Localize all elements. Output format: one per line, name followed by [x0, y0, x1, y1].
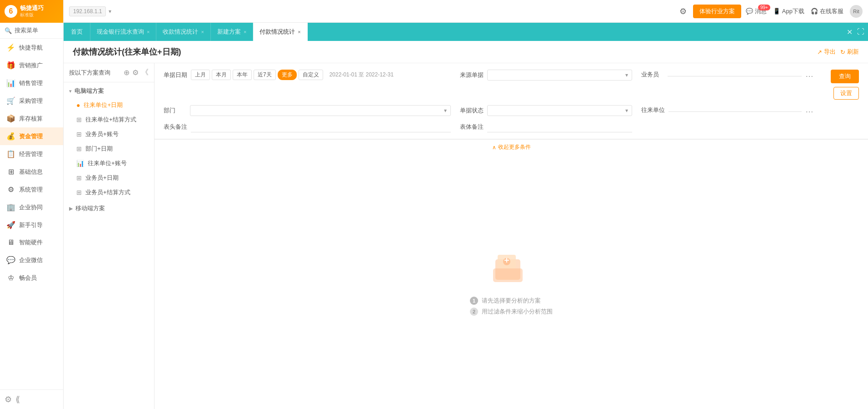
nav-icon-sales: 📊	[6, 79, 15, 87]
refresh-btn[interactable]: ↻ 刷新	[840, 48, 859, 56]
nav-label-inventory: 库存核算	[19, 115, 43, 123]
sidebar-item-hardware[interactable]: 🖥智能硬件	[0, 234, 63, 251]
nav-label-purchase: 采购管理	[19, 97, 43, 105]
query-btn[interactable]: 查询	[831, 70, 859, 83]
address-chevron-icon[interactable]: ▾	[109, 8, 111, 15]
nav-icon-wechat: 💬	[6, 256, 15, 264]
close-window-icon[interactable]: ✕	[847, 28, 853, 36]
collapse-more-btn[interactable]: ∧ 收起更多条件	[155, 139, 868, 155]
scheme-mobile-label: 移动端方案	[75, 204, 105, 212]
doc-status-select[interactable]: ▾	[487, 105, 632, 116]
message-badge: 99+	[758, 5, 770, 10]
table-body-note-input[interactable]	[487, 121, 632, 132]
sidebar-item-sales[interactable]: 📊销售管理	[0, 74, 63, 92]
collapse-sidebar-icon[interactable]: ⟪	[15, 394, 20, 404]
tab-payment-stat[interactable]: 付款情况统计×	[253, 23, 307, 41]
scheme-item-staff-settle[interactable]: ⊞业务员+结算方式	[64, 185, 154, 200]
dept-select[interactable]: ▾	[190, 105, 451, 116]
sidebar-item-marketing[interactable]: 🎁营销推广	[0, 56, 63, 74]
scheme-add-icon[interactable]: ⊕	[124, 68, 130, 77]
table-body-note-field: 表体备注	[460, 121, 632, 132]
online-service-btn[interactable]: 🎧 在线客服	[811, 7, 843, 15]
app-icon: 📱	[773, 8, 780, 15]
setting-btn[interactable]: 设置	[833, 87, 859, 100]
doc-status-label: 单据状态	[460, 106, 484, 115]
page-actions: ↗ 导出 ↻ 刷新	[817, 48, 859, 56]
tab-close-payment-stat[interactable]: ×	[298, 29, 300, 35]
date-btn-custom[interactable]: 自定义	[299, 70, 323, 80]
tab-collection-stat[interactable]: 收款情况统计×	[156, 23, 210, 41]
nav-label-wechat: 企业微信	[19, 256, 43, 264]
fullscreen-icon[interactable]: ⛶	[857, 28, 864, 36]
date-btn-last-month[interactable]: 上月	[191, 70, 210, 80]
scheme-item-icon-staff-settle: ⊞	[76, 189, 82, 196]
try-industry-btn[interactable]: 体验行业方案	[693, 5, 741, 18]
search-menu-btn[interactable]: 🔍 搜索菜单	[0, 23, 63, 39]
sidebar-subtitle: 标准版	[20, 12, 44, 18]
nav-label-hardware: 智能硬件	[19, 238, 43, 247]
date-btn-more[interactable]: 更多	[278, 70, 297, 80]
scheme-collapse-icon[interactable]: 《	[141, 68, 149, 77]
content-area: 付款情况统计(往来单位+日期) ↗ 导出 ↻ 刷新 按以下方案查询 ⊕	[64, 41, 868, 409]
scheme-item-staff-date[interactable]: ⊞业务员+日期	[64, 171, 154, 185]
scheme-header-icons: ⊕ ⚙ 《	[124, 68, 149, 77]
app-download-btn[interactable]: 📱 App下载	[773, 7, 804, 15]
sidebar-item-system[interactable]: ⚙系统管理	[0, 181, 63, 198]
scheme-item-icon-counter-account: 📊	[76, 160, 84, 167]
message-icon: 💬	[746, 8, 753, 15]
tab-close-collection-stat[interactable]: ×	[201, 29, 204, 35]
scheme-item-counter-account[interactable]: 📊往来单位+账号	[64, 156, 154, 171]
sidebar-item-finance[interactable]: 💰资金管理	[0, 127, 63, 145]
date-btn-this-year[interactable]: 本年	[233, 70, 252, 80]
export-btn[interactable]: ↗ 导出	[817, 48, 836, 56]
nav-label-basic: 基础信息	[19, 168, 43, 176]
salesperson-more-icon[interactable]: …	[805, 70, 813, 79]
filter-row-1: 单据日期 上月本月本年近7天更多自定义 2022-01-01 至 2022-12…	[164, 70, 859, 100]
nav-label-marketing: 营销推广	[19, 61, 43, 70]
sidebar-item-enterprise[interactable]: 🏢企业协同	[0, 198, 63, 216]
date-btn-this-month[interactable]: 本月	[212, 70, 231, 80]
tab-new-scheme[interactable]: 新建方案×	[211, 23, 253, 41]
counter-party-select[interactable]	[668, 108, 802, 112]
sidebar-footer: ⚙ ⟪	[0, 389, 63, 409]
empty-hints: 1 请先选择要分析的方案 2 用过滤条件来缩小分析范围	[470, 297, 553, 318]
table-head-note-label: 表头备注	[164, 123, 187, 131]
date-btn-last-7[interactable]: 近7天	[254, 70, 276, 80]
tab-close-new-scheme[interactable]: ×	[244, 29, 246, 35]
counter-party-more-icon[interactable]: …	[805, 105, 813, 115]
salesperson-select[interactable]	[668, 72, 802, 76]
topbar-gear-icon[interactable]: ⚙	[678, 5, 688, 18]
nav-icon-marketing: 🎁	[6, 61, 15, 70]
sidebar-item-vip[interactable]: ♔畅会员	[0, 269, 63, 287]
sidebar-item-inventory[interactable]: 📦库存核算	[0, 110, 63, 127]
scheme-mobile-group[interactable]: ▶ 移动端方案	[64, 202, 154, 215]
scheme-desktop-header[interactable]: ▾ 电脑端方案	[64, 84, 154, 98]
sidebar-item-operation[interactable]: 📋经营管理	[0, 145, 63, 163]
page-header: 付款情况统计(往来单位+日期) ↗ 导出 ↻ 刷新	[64, 41, 868, 63]
message-btn[interactable]: 💬 消息 99+	[746, 7, 767, 15]
sidebar-item-guide[interactable]: 🚀新手引导	[0, 216, 63, 234]
settings-icon[interactable]: ⚙	[5, 394, 12, 404]
tab-close-bank-flow[interactable]: ×	[147, 29, 150, 35]
scheme-item-counter-settle[interactable]: ⊞往来单位+结算方式	[64, 112, 154, 127]
nav-icon-system: ⚙	[6, 185, 15, 194]
scheme-item-staff-account[interactable]: ⊞业务员+账号	[64, 127, 154, 141]
scheme-item-counter-date[interactable]: ●往来单位+日期	[64, 98, 154, 112]
tab-bank-flow[interactable]: 现金银行流水查询×	[90, 23, 156, 41]
scheme-item-dept-date[interactable]: ⊞部门+日期	[64, 141, 154, 156]
scheme-item-label-staff-date: 业务员+日期	[85, 174, 119, 182]
nav-icon-guide: 🚀	[6, 221, 15, 229]
sidebar-item-basic[interactable]: ⊞基础信息	[0, 163, 63, 181]
scheme-panel-header: 按以下方案查询 ⊕ ⚙ 《	[64, 63, 154, 82]
table-head-note-field: 表头备注	[164, 121, 451, 132]
sidebar-item-quick-nav[interactable]: ⚡快捷导航	[0, 39, 63, 56]
sidebar-item-purchase[interactable]: 🛒采购管理	[0, 92, 63, 110]
tab-home[interactable]: 首页	[64, 23, 90, 41]
user-avatar[interactable]: Rit	[850, 5, 863, 18]
topbar-right: 💬 消息 99+ 📱 App下载 🎧 在线客服 Rit	[746, 5, 863, 18]
source-select[interactable]: ▾	[487, 70, 632, 81]
table-head-note-input[interactable]	[191, 121, 451, 132]
sidebar-item-wechat[interactable]: 💬企业微信	[0, 251, 63, 269]
scheme-setting-icon[interactable]: ⚙	[132, 68, 139, 77]
empty-hint-2: 2 用过滤条件来缩小分析范围	[470, 308, 553, 316]
